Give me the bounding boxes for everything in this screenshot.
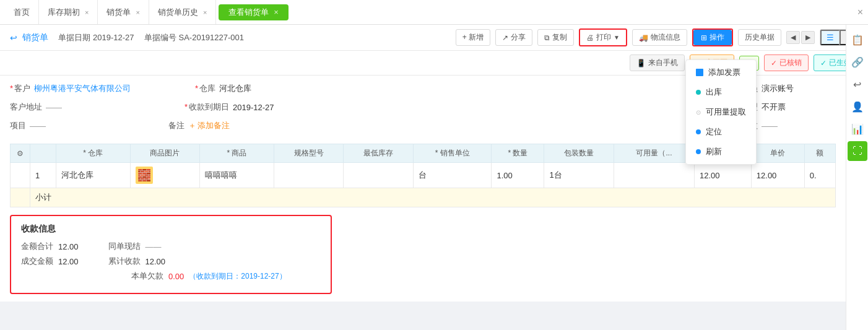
doc-title-area: ↩ 销货单 <box>10 32 48 43</box>
date-label: 单据日期 <box>58 32 90 43</box>
sidebar-link-icon[interactable]: 🔗 <box>848 52 867 72</box>
tab-sales-history[interactable]: 销货单历史 × <box>149 0 216 24</box>
dropdown-available-pickup[interactable]: ⊙ 可用量提取 <box>686 102 756 122</box>
operations-btn-highlight: ⊞ 操作 <box>692 28 733 46</box>
settings-icon[interactable]: ⚙ <box>17 149 24 158</box>
arrears-item: 本单欠款 0.00 （收款到期日：2019-12-27） <box>131 271 287 282</box>
doc-icon: ↩ <box>10 33 17 43</box>
due-date-text: （收款到期日：2019-12-27） <box>189 271 286 282</box>
from-phone-btn[interactable]: 📱 来自手机 <box>630 54 685 71</box>
tab-bar-close-btn[interactable]: × <box>857 7 863 18</box>
due-date-value: 2019-12-27 <box>241 272 279 280</box>
number-label: 单据编号 <box>144 32 176 43</box>
staff-value: 演示账号 <box>762 83 836 94</box>
doc-title: 销货单 <box>22 32 48 43</box>
copy-btn[interactable]: ⧉ 复制 <box>537 29 574 46</box>
print-btn[interactable]: 🖨 打印 ▼ <box>580 30 626 45</box>
total-label: 金额合计 <box>21 241 53 252</box>
note-label: 备注 <box>168 120 184 131</box>
plus-icon: ＋ <box>188 120 196 131</box>
tab-sales-order[interactable]: 销货单 × <box>98 0 149 24</box>
payment-row-2: 成交金额 12.00 累计收款 12.00 <box>21 256 321 267</box>
history-btn[interactable]: 历史单据 <box>738 29 781 46</box>
col-settings: ⚙ <box>11 144 30 163</box>
col-min-stock: 最低库存 <box>344 144 414 163</box>
address-label: 客户地址 <box>10 102 42 113</box>
doc-date-field: 单据日期 2019-12-27 <box>58 32 134 43</box>
print-icon: 🖨 <box>586 33 594 42</box>
number-value: SA-20191227-001 <box>179 33 245 42</box>
close-tab-inventory[interactable]: × <box>85 9 89 16</box>
row-available <box>614 163 695 188</box>
prev-btn[interactable]: ◀ <box>786 31 800 44</box>
arrears-label: 本单欠款 <box>131 271 163 282</box>
cumulative-item: 累计收款 12.00 <box>108 256 166 267</box>
subtotal-label: 小计 <box>30 188 836 207</box>
sidebar-return-icon[interactable]: ↩ <box>848 74 867 94</box>
row-price: 12.00 <box>751 163 804 188</box>
col-pack-qty: 包装数量 <box>544 144 614 163</box>
dropdown-add-invoice[interactable]: 添加发票 <box>686 63 756 82</box>
deal-amount-label: 成交金额 <box>21 256 53 267</box>
project-value: —— <box>30 121 104 131</box>
customer-value[interactable]: 柳州粤港平安气体有限公司 <box>34 83 131 94</box>
row-spec <box>274 163 344 188</box>
sidebar-chart-icon[interactable]: 📊 <box>848 119 867 139</box>
close-tab-history[interactable]: × <box>203 9 207 16</box>
row-settings <box>11 163 30 188</box>
operations-btn[interactable]: ⊞ 操作 <box>693 30 732 45</box>
deal-amount-value: 12.00 <box>58 257 79 266</box>
tab-home[interactable]: 首页 <box>5 0 39 24</box>
locate-icon <box>696 129 701 134</box>
operations-dropdown: 添加发票 出库 ⊙ 可用量提取 定位 刷新 <box>685 59 757 165</box>
dropdown-refresh[interactable]: 刷新 <box>686 142 756 162</box>
payment-date-label: 收款到期日 <box>184 102 229 113</box>
tab-view-sales[interactable]: 查看销货单 × <box>219 4 289 20</box>
close-tab-sales[interactable]: × <box>136 9 139 16</box>
refresh-icon <box>696 149 701 154</box>
col-available: 可用量（... <box>614 144 695 163</box>
warehouse-value: 河北仓库 <box>219 83 293 94</box>
col-amount: 额 <box>804 144 835 163</box>
same-order-value: —— <box>145 242 162 251</box>
sidebar-user-icon[interactable]: 👤 <box>848 97 867 116</box>
same-order-item: 同单现结 —— <box>108 241 162 252</box>
col-warehouse: * 仓库 <box>56 144 130 163</box>
row-min-stock <box>344 163 414 188</box>
row-pack-qty: 1台 <box>544 163 614 188</box>
col-image: 商品图片 <box>130 144 200 163</box>
sidebar-expand-icon[interactable]: ⛶ <box>848 141 867 161</box>
new-btn[interactable]: + 新增 <box>456 29 490 46</box>
truck-icon: 🚚 <box>639 33 648 42</box>
dropdown-locate[interactable]: 定位 <box>686 122 756 142</box>
row-current: 12.00 <box>694 163 751 188</box>
sidebar-note-icon[interactable]: 📋 <box>848 30 867 50</box>
subtotal-settings <box>11 188 30 207</box>
share-btn[interactable]: ↗ 分享 <box>495 29 532 46</box>
address-value: —— <box>46 103 120 112</box>
sold-btn[interactable]: ✓ 已核销 <box>764 54 809 71</box>
address-field: 客户地址 —— <box>10 102 120 113</box>
tab-inventory-init[interactable]: 库存期初 × <box>39 0 98 24</box>
doc-toolbar: ↩ 销货单 单据日期 2019-12-27 单据编号 SA-20191227-0… <box>0 25 868 51</box>
project-label: 项目 <box>10 120 26 131</box>
logistics-btn[interactable]: 🚚 物流信息 <box>632 29 687 46</box>
row-warehouse: 河北仓库 <box>56 163 130 188</box>
product-image: 🧱 <box>136 167 153 184</box>
ticket-value: 不开票 <box>762 102 836 113</box>
row-num: 1 <box>30 163 56 188</box>
col-price: 单价 <box>751 144 804 163</box>
total-amount-item: 金额合计 12.00 <box>21 241 79 252</box>
same-order-label: 同单现结 <box>108 241 141 252</box>
dropdown-outbound[interactable]: 出库 <box>686 82 756 102</box>
total-value: 12.00 <box>58 242 79 251</box>
available-icon: ⊙ <box>696 109 701 116</box>
grid-icon: ⊞ <box>701 33 707 42</box>
close-tab-view-sales[interactable]: × <box>274 7 279 17</box>
phone-icon: 📱 <box>636 59 646 67</box>
doc-meta: 单据日期 2019-12-27 单据编号 SA-20191227-001 <box>58 32 244 43</box>
next-btn[interactable]: ▶ <box>801 31 815 44</box>
list-view-btn[interactable]: ☰ <box>820 30 840 45</box>
add-invoice-icon <box>696 69 703 76</box>
add-note-btn[interactable]: ＋ 添加备注 <box>188 120 230 131</box>
